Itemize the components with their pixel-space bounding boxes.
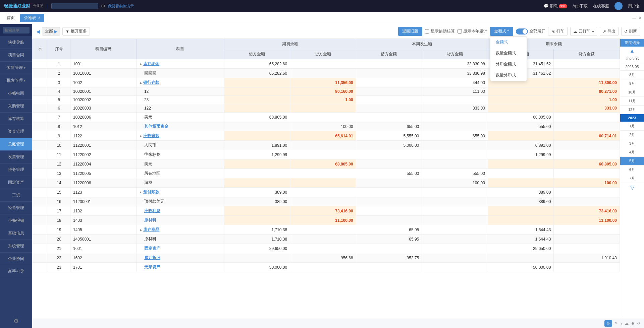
table-row[interactable]: 13 11220005 所在地区 555.00 555.00 [33,169,620,178]
row-name[interactable]: 固定资产 [136,244,224,253]
row-name[interactable]: 原材料 [136,216,224,225]
search-input[interactable] [3,27,30,34]
row-name[interactable]: ▲ 银行存款 [136,78,224,87]
period-9[interactable]: 9月 [620,79,644,88]
table-row[interactable]: 1 1001 ▲ 库存现金 65,282.60 33,830.98 31,451… [33,59,620,69]
table-row[interactable]: 12 11220004 美元 68,805.00 68,805.00 [33,159,620,169]
settings-icon[interactable]: ⚙ [101,3,105,9]
dropdown-item-waibijine[interactable]: 外币金额式 [490,59,527,70]
tab-close-icon[interactable]: × [38,16,40,20]
row-name[interactable]: 美元 [136,113,224,122]
period-12[interactable]: 12月 [620,106,644,114]
auxiliary-checkbox[interactable] [425,29,429,34]
period-1[interactable]: 1月 [620,122,644,131]
period-4[interactable]: 4月 [620,148,644,157]
period-year-1[interactable]: 2023.05 [620,55,644,63]
table-row[interactable]: 10 11220001 人民币 1,891.00 5,000.00 6,891.… [33,141,620,150]
cloud-print-btn[interactable]: ☁ 云打印 ▾ [570,27,597,36]
sidebar-item-fapiao[interactable]: 发票管理 [0,151,32,163]
table-row[interactable]: 16 11230001 预付款美元 389.00 389.00 [33,197,620,206]
period-3[interactable]: 3月 [620,139,644,148]
sidebar-item-lingshou[interactable]: 零售管理 ▾ [0,62,32,74]
row-name[interactable]: ▲ 库存现金 [136,59,224,69]
full-expand-toggle[interactable]: 全部展开 [516,28,545,35]
sidebar-item-kucun[interactable]: 库存核算 [0,113,32,125]
row-name[interactable]: 23 [136,96,224,104]
table-row[interactable]: 4 10020001 12 80,160.00 111.00 80,271.00 [33,87,620,96]
row-name[interactable]: 累计折旧 [136,253,224,263]
ytd-checkbox[interactable] [458,29,462,34]
user-avatar[interactable] [614,2,623,10]
table-row[interactable]: 11 11220002 往来标签 1,299.99 1,299.99 [33,150,620,159]
status-edit-icon[interactable]: ✎ [615,321,618,326]
period-11[interactable]: 11月 [620,97,644,106]
table-row[interactable]: 6 10020003 122 333.00 333.00 [33,104,620,113]
row-name[interactable]: 美元 [136,159,224,169]
period-10[interactable]: 10月 [620,88,644,97]
sidebar-item-xiaochang[interactable]: 小畅电商 [0,87,32,100]
row-name[interactable]: 人民币 [136,141,224,150]
refresh-btn[interactable]: ↺ 刷新 [621,27,640,36]
sidebar-item-gongzi[interactable]: 工资 [0,189,32,202]
sidebar-item-caigou[interactable]: 采购管理 [0,100,32,113]
sidebar-item-jingying[interactable]: 经营管理 [0,202,32,214]
mode-btn[interactable]: 金额式 ^ [490,27,513,36]
app-download-btn[interactable]: App下载 [573,3,588,9]
tab-yue[interactable]: 余额表 × [20,14,44,22]
show-auxiliary-check[interactable]: 显示辅助核算 [425,28,455,34]
row-name[interactable]: 无形资产 [136,263,224,272]
sidebar-item-xinshou[interactable]: 新手引导 [0,265,32,278]
period-year-2[interactable]: 2023.05 [620,63,644,71]
back-icon[interactable]: ◀ [36,29,40,34]
table-row[interactable]: 15 1123 ▲ 预付账款 389.00 389.00 [33,188,620,197]
row-name[interactable]: 游戏 [136,178,224,188]
table-row[interactable]: 5 10020002 23 1.00 1.00 [33,96,620,104]
table-row[interactable]: 2 10010001 回回回 65,282.60 33,830.98 31,45… [33,69,620,78]
row-name[interactable]: ▲ 预付账款 [136,188,224,197]
period-6[interactable]: 6月 [620,166,644,174]
sidebar-item-pifa[interactable]: 批发管理 ▾ [0,74,32,87]
row-name[interactable]: 其他货币资金 [136,122,224,131]
sidebar-item-shuiwu[interactable]: 税务管理 [0,163,32,176]
sidebar-settings[interactable]: ⚙ [0,314,32,328]
period-nav-up[interactable]: ▲ [620,47,644,55]
show-ytd-check[interactable]: 显示本年累计 [458,28,487,34]
row-name[interactable]: 预付款美元 [136,197,224,206]
tab-home[interactable]: 首页 [3,14,19,22]
sidebar-item-jichu[interactable]: 基础信息 [0,227,32,240]
address-input[interactable] [51,3,98,9]
table-row[interactable]: 22 1602 累计折旧 956.68 953.75 1,910.43 [33,253,620,263]
print-btn[interactable]: 🖨 打印 [548,27,568,36]
row-name[interactable]: ▲ 应收账款 [136,131,224,141]
expand-btn[interactable]: ▼ 展开更多 [62,27,90,36]
table-row[interactable]: 23 1701 无形资产 50,000.00 50,000.00 [33,263,620,272]
demo-link[interactable]: 我要看实例演示 [108,4,134,9]
row-name[interactable]: ▲ 库存商品 [136,225,224,235]
table-row[interactable]: 9 1122 ▲ 应收账款 65,614.01 5,555.00 655.00 … [33,131,620,141]
status-add-icon[interactable]: ⊕ [631,321,634,326]
table-row[interactable]: 17 1132 应收利息 73,416.00 73,416.00 [33,206,620,216]
table-row[interactable]: 21 1601 固定资产 29,650.00 29,650.00 [33,244,620,253]
row-name[interactable]: 应收利息 [136,206,224,216]
table-row[interactable]: 19 1405 ▲ 库存商品 1,710.38 65.95 1,644.43 [33,225,620,235]
period-7[interactable]: 7月 [620,174,644,183]
sidebar-item-xitong[interactable]: 系统管理 [0,240,32,253]
sidebar-item-zijin[interactable]: 资金管理 [0,125,32,138]
status-arrow-icon[interactable]: ↕ [621,322,623,326]
row-name[interactable]: 原材料 [136,235,224,244]
sidebar-item-xiangmu[interactable]: 项目合同 [0,49,32,62]
online-service-btn[interactable]: 在线客服 [593,3,609,9]
sidebar-item-zhangzhang[interactable]: 总账管理 [0,138,32,151]
sidebar-item-qiye[interactable]: 企业协同 [0,253,32,265]
table-row[interactable]: 3 1002 ▲ 银行存款 11,356.00 444.00 11,800.00 [33,78,620,87]
status-cloud-icon[interactable]: ☁ [625,321,629,326]
breadcrumb-btn[interactable]: 全部 ▶ [42,27,60,36]
period-8[interactable]: 8月 [620,71,644,79]
period-nav-down[interactable]: ▽ [620,183,644,192]
tab-collapse-icon[interactable]: — [632,16,636,20]
table-row[interactable]: 14 11220006 游戏 100.00 100.00 [33,178,620,188]
row-name[interactable]: 所在地区 [136,169,224,178]
period-2[interactable]: 2月 [620,131,644,139]
sidebar-item-xiaochang2[interactable]: 小畅报销 [0,214,32,227]
dropdown-item-jine[interactable]: 金额式 [490,37,527,48]
